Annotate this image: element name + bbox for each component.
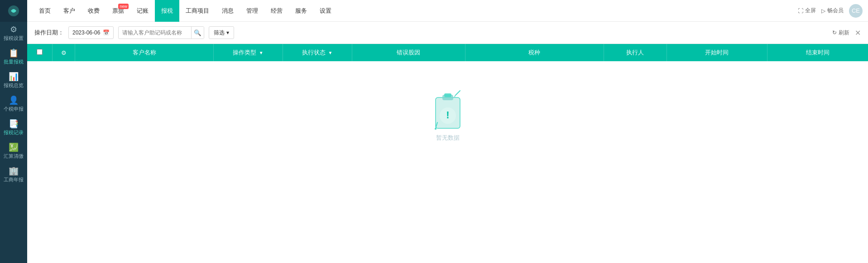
search-button[interactable]: 🔍: [191, 26, 204, 39]
status-filter-icon: ▼: [328, 50, 333, 55]
video-icon: ▷: [821, 8, 825, 14]
empty-text: 暂无数据: [436, 134, 460, 142]
gongshangnianbaoa-icon: 🏢: [9, 167, 19, 175]
date-value: 2023-06-06: [72, 29, 100, 36]
sidebar-item-label: 批量报税: [4, 58, 24, 65]
sidebar: ⚙ 报税设置 📋 批量报税 📊 报税总览 👤 个税申报 📑 报税记录 💹 汇算清…: [0, 0, 27, 263]
nav-item-piaoju[interactable]: 票据 new: [106, 0, 130, 22]
toolbar: 操作日期： 2023-06-06 📅 🔍 筛选 ▾ ↻ 刷新 ✕: [27, 22, 868, 44]
calendar-icon: 📅: [103, 29, 110, 36]
baoshuijilu-icon: 📑: [9, 120, 19, 128]
svg-point-10: [435, 128, 436, 130]
nav-item-kehu[interactable]: 客户: [57, 0, 82, 22]
svg-text:!: !: [446, 109, 449, 121]
refresh-icon: ↻: [832, 29, 837, 36]
toolbar-right: ↻ 刷新 ✕: [832, 29, 861, 37]
nav-item-shoufe[interactable]: 收费: [82, 0, 106, 22]
topnav-right: ⛶ 全屏 ▷ 畅会员 CE: [798, 4, 863, 18]
svg-line-7: [456, 91, 460, 95]
sidebar-item-baoshuizonglan[interactable]: 📊 报税总览: [0, 69, 27, 93]
main-area: 首页 客户 收费 票据 new 记账 报税 工商项目 消息: [27, 0, 868, 263]
topnav-items: 首页 客户 收费 票据 new 记账 报税 工商项目 消息: [33, 0, 798, 22]
empty-illustration: !: [427, 88, 468, 134]
nav-item-shouye[interactable]: 首页: [33, 0, 57, 22]
chevron-down-icon: ▾: [226, 29, 229, 36]
sidebar-item-gongshangnianbaoa[interactable]: 🏢 工商年报: [0, 163, 27, 187]
th-optype[interactable]: 操作类型 ▼: [213, 44, 283, 61]
nav-item-jingying[interactable]: 经营: [264, 0, 289, 22]
new-badge: new: [118, 4, 129, 10]
baoshuishezhi-icon: ⚙: [10, 25, 17, 34]
table-wrapper: ⚙ 客户名称 操作类型 ▼ 执行状态 ▼: [27, 44, 868, 263]
select-all-checkbox[interactable]: [37, 49, 43, 55]
th-starttime: 开始时间: [667, 44, 767, 61]
th-gear[interactable]: ⚙: [53, 44, 75, 61]
content: 操作日期： 2023-06-06 📅 🔍 筛选 ▾ ↻ 刷新 ✕: [27, 22, 868, 263]
nav-item-fuwu[interactable]: 服务: [289, 0, 313, 22]
refresh-button[interactable]: ↻ 刷新: [832, 29, 849, 37]
th-status[interactable]: 执行状态 ▼: [283, 44, 352, 61]
sidebar-logo: [0, 0, 27, 22]
nav-item-shezhi[interactable]: 设置: [313, 0, 338, 22]
close-button[interactable]: ✕: [855, 29, 861, 37]
topnav: 首页 客户 收费 票据 new 记账 报税 工商项目 消息: [27, 0, 868, 22]
date-label: 操作日期：: [34, 29, 64, 37]
sidebar-item-huisuanjiaona[interactable]: 💹 汇算清缴: [0, 140, 27, 163]
sidebar-item-label: 报税记录: [4, 129, 24, 136]
sidebar-item-baoshuijilu[interactable]: 📑 报税记录: [0, 116, 27, 140]
avatar[interactable]: CE: [849, 4, 863, 18]
nav-item-guanli[interactable]: 管理: [240, 0, 264, 22]
filter-label: 筛选: [214, 29, 225, 37]
svg-line-8: [455, 95, 456, 97]
nav-item-xiaoxi[interactable]: 消息: [216, 0, 240, 22]
nav-item-jizhang[interactable]: 记账: [130, 0, 155, 22]
sidebar-item-label: 个税申报: [4, 106, 24, 112]
gear-icon: ⚙: [61, 49, 67, 56]
sidebar-item-label: 报税总览: [4, 82, 24, 89]
sidebar-item-label: 报税设置: [4, 35, 24, 42]
data-table: ⚙ 客户名称 操作类型 ▼ 执行状态 ▼: [27, 44, 868, 61]
sidebar-item-geshuishenbao[interactable]: 👤 个税申报: [0, 93, 27, 116]
sidebar-item-baoshuishezhi[interactable]: ⚙ 报税设置: [0, 22, 27, 45]
th-taxtype: 税种: [465, 44, 604, 61]
geshuishenbao-icon: 👤: [9, 96, 19, 104]
sidebar-item-label: 汇算清缴: [4, 153, 24, 160]
member-button[interactable]: ▷ 畅会员: [821, 7, 844, 15]
nav-item-gongshangxiangmu[interactable]: 工商项目: [179, 0, 216, 22]
search-icon: 🔍: [194, 29, 201, 36]
piliangbaoshui-icon: 📋: [9, 49, 19, 57]
search-box: 🔍: [118, 26, 204, 39]
th-errcode: 错误股因: [352, 44, 465, 61]
date-picker[interactable]: 2023-06-06 📅: [68, 26, 114, 39]
th-endtime: 结束时间: [767, 44, 868, 61]
th-checkbox[interactable]: [27, 44, 53, 61]
nav-item-baoshui[interactable]: 报税: [155, 0, 179, 22]
baoshuizonglan-icon: 📊: [9, 73, 19, 81]
svg-rect-4: [444, 93, 451, 97]
th-name: 客户名称: [75, 44, 214, 61]
sidebar-item-piliangbaoshui[interactable]: 📋 批量报税: [0, 45, 27, 69]
fullscreen-button[interactable]: ⛶ 全屏: [798, 7, 816, 15]
fullscreen-icon: ⛶: [798, 8, 803, 14]
table-header-row: ⚙ 客户名称 操作类型 ▼ 执行状态 ▼: [27, 44, 868, 61]
search-input[interactable]: [119, 28, 191, 38]
optype-filter-icon: ▼: [259, 50, 264, 55]
filter-button[interactable]: 筛选 ▾: [209, 26, 234, 39]
empty-state: ! 暂无数据: [27, 61, 868, 169]
th-executor: 执行人: [604, 44, 667, 61]
sidebar-item-label: 工商年报: [4, 176, 24, 183]
huisuanjiaona-icon: 💹: [9, 143, 19, 151]
